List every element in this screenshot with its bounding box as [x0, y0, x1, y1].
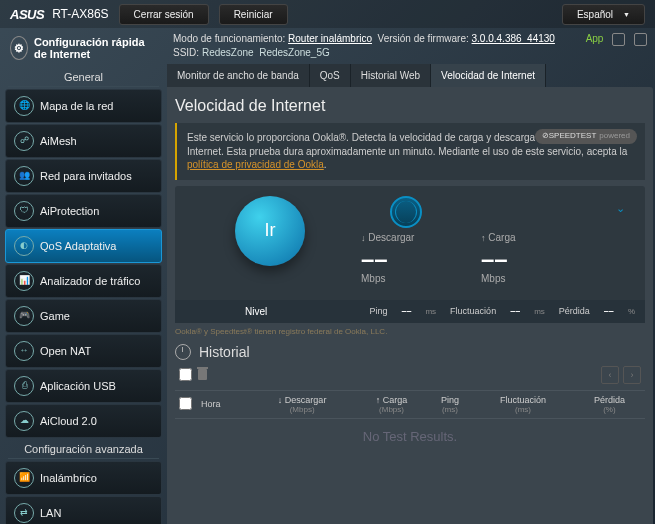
upload-icon: ↑ — [481, 233, 486, 243]
mesh-icon: ☍ — [14, 131, 34, 151]
fw-label: Versión de firmware: — [378, 33, 469, 44]
col-upload: ↑ Carga(Mbps) — [355, 390, 427, 418]
go-button[interactable]: Ir — [235, 196, 305, 266]
language-selector[interactable]: Español ▼ — [562, 4, 645, 25]
header-checkbox[interactable] — [179, 397, 192, 410]
delete-icon[interactable] — [198, 369, 207, 380]
download-label: Descargar — [368, 232, 414, 243]
upload-value: –– — [481, 245, 516, 273]
select-all-checkbox[interactable] — [179, 368, 192, 381]
download-icon: ↓ — [361, 233, 366, 243]
ssid-label: SSID: — [173, 47, 199, 58]
brand-logo: ASUS — [10, 7, 48, 22]
globe-icon: 🌐 — [14, 96, 34, 116]
mode-label: Modo de funcionamiento: — [173, 33, 285, 44]
chart-icon: 📊 — [14, 271, 34, 291]
no-results-text: No Test Results. — [175, 418, 645, 454]
reboot-button[interactable]: Reiniciar — [219, 4, 288, 25]
sidebar-item-aiprotection[interactable]: 🛡AiProtection — [5, 194, 162, 228]
col-ping: Ping(ms) — [428, 390, 473, 418]
ping-label: Ping — [369, 306, 387, 316]
users-icon: 👥 — [14, 166, 34, 186]
wifi-icon: 📶 — [14, 468, 34, 488]
sidebar-item-wireless[interactable]: 📶Inalámbrico — [5, 461, 162, 495]
col-jitter: Fluctuación(ms) — [472, 390, 574, 418]
sidebar-item-usb[interactable]: ⎙Aplicación USB — [5, 369, 162, 403]
page-title: Velocidad de Internet — [175, 97, 645, 115]
next-page-button[interactable]: › — [623, 366, 641, 384]
sidebar-item-lan[interactable]: ⇄LAN — [5, 496, 162, 524]
shield-icon: 🛡 — [14, 201, 34, 221]
sidebar-item-game[interactable]: 🎮Game — [5, 299, 162, 333]
sidebar-item-map[interactable]: 🌐Mapa de la red — [5, 89, 162, 123]
loss-value: –– — [604, 306, 614, 316]
language-label: Español — [577, 9, 613, 20]
sidebar-item-guest[interactable]: 👥Red para invitados — [5, 159, 162, 193]
col-download: ↓ Descargar(Mbps) — [249, 390, 356, 418]
lan-icon: ⇄ — [14, 503, 34, 523]
tab-internetspeed[interactable]: Velocidad de Internet — [431, 64, 546, 87]
col-loss: Pérdida(%) — [574, 390, 645, 418]
nat-icon: ↔ — [14, 341, 34, 361]
section-advanced: Configuración avanzada — [8, 440, 159, 459]
logout-button[interactable]: Cerrar sesión — [119, 4, 209, 25]
speedometer-icon: ◐ — [14, 236, 34, 256]
quick-config-link[interactable]: ⚙ Configuración rápida de Internet — [2, 30, 165, 66]
prev-page-button[interactable]: ‹ — [601, 366, 619, 384]
download-unit: Mbps — [361, 273, 414, 284]
sidebar-item-aicloud[interactable]: ☁AiCloud 2.0 — [5, 404, 162, 438]
download-value: –– — [361, 245, 414, 273]
sidebar-item-nat[interactable]: ↔Open NAT — [5, 334, 162, 368]
server-select-toggle[interactable]: ⌄ — [616, 202, 625, 215]
speedtest-badge: ⊘SPEEDTEST powered — [535, 129, 637, 144]
pushpin-icon[interactable] — [612, 33, 625, 46]
trademark-text: Ookla® y Speedtest® tienen registro fede… — [175, 327, 645, 336]
ping-value: –– — [401, 306, 411, 316]
chevron-down-icon: ▼ — [623, 11, 630, 18]
mode-value-link[interactable]: Router inalámbrico — [288, 33, 372, 44]
sidebar-item-traffic[interactable]: 📊Analizador de tráfico — [5, 264, 162, 298]
fw-value-link[interactable]: 3.0.0.4.386_44130 — [472, 33, 555, 44]
gamepad-icon: 🎮 — [14, 306, 34, 326]
ssid-2: RedesZone_5G — [259, 47, 330, 58]
upload-label: Carga — [488, 232, 515, 243]
notice-box: Este servicio lo proporciona Ookla®. Det… — [175, 123, 645, 180]
server-globe-icon — [390, 196, 422, 228]
upload-unit: Mbps — [481, 273, 516, 284]
level-label: Nivel — [245, 306, 267, 317]
tab-webhistory[interactable]: Historial Web — [351, 64, 431, 87]
tab-qos[interactable]: QoS — [310, 64, 351, 87]
feedback-icon[interactable] — [634, 33, 647, 46]
loss-label: Pérdida — [559, 306, 590, 316]
jitter-label: Fluctuación — [450, 306, 496, 316]
ssid-1: RedesZone — [202, 47, 254, 58]
col-time: Hora — [197, 390, 249, 418]
section-general: General — [8, 68, 159, 87]
app-link[interactable]: App — [586, 33, 604, 44]
jitter-value: –– — [510, 306, 520, 316]
sidebar-item-aimesh[interactable]: ☍AiMesh — [5, 124, 162, 158]
usb-icon: ⎙ — [14, 376, 34, 396]
cloud-icon: ☁ — [14, 411, 34, 431]
tab-bandwidth[interactable]: Monitor de ancho de banda — [167, 64, 310, 87]
gear-icon: ⚙ — [10, 36, 28, 60]
clock-icon — [175, 344, 191, 360]
ookla-privacy-link[interactable]: política de privacidad de Ookla — [187, 159, 324, 170]
history-title: Historial — [199, 344, 250, 360]
sidebar-item-qos[interactable]: ◐QoS Adaptativa — [5, 229, 162, 263]
model-label: RT-AX86S — [52, 7, 108, 21]
